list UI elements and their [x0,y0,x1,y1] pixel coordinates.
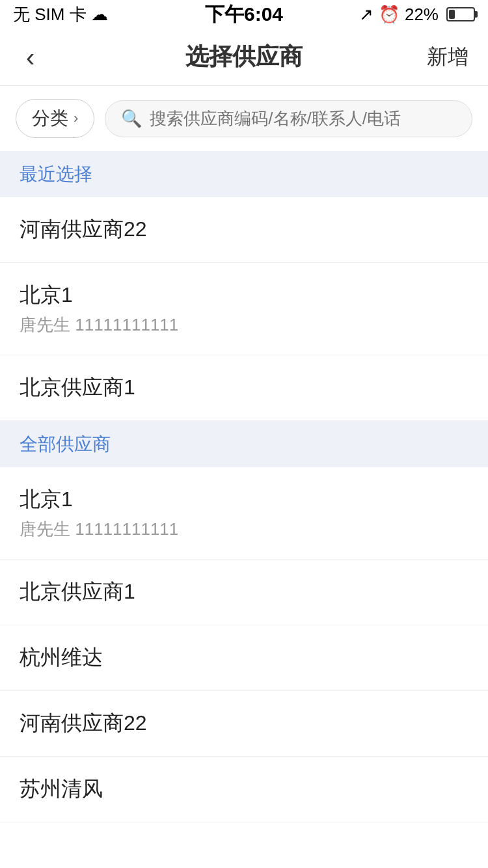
search-bar[interactable]: 🔍 [105,100,472,137]
item-sub: 唐先生 11111111111 [20,518,468,541]
item-name: 北京1 [20,281,468,310]
item-name: 河南供应商22 [20,709,468,738]
battery-pct: 22% [405,5,439,25]
status-time: 下午6:04 [205,1,283,28]
list-item-recent-0[interactable]: 河南供应商22 [0,197,488,263]
list-item-all-2[interactable]: 杭州维达 [0,625,488,691]
search-icon: 🔍 [121,109,142,129]
item-name: 杭州维达 [20,644,468,672]
list-item-all-4[interactable]: 苏州清风 [0,757,488,822]
status-left: 无 SIM 卡 ☁ [13,3,108,26]
status-bar: 无 SIM 卡 ☁ 下午6:04 ↗ ⏰ 22% [0,0,488,29]
list-item-recent-1[interactable]: 北京1唐先生 11111111111 [0,263,488,355]
section-header-recent: 最近选择 [0,151,488,197]
status-right: ↗ ⏰ 22% [359,5,475,25]
location-icon: ↗ [359,5,373,25]
category-filter-button[interactable]: 分类 › [16,99,94,138]
item-name: 北京1 [20,485,468,514]
item-name: 河南供应商22 [20,215,468,244]
supplier-list: 最近选择河南供应商22北京1唐先生 11111111111北京供应商1全部供应商… [0,151,488,822]
section-header-all: 全部供应商 [0,421,488,467]
list-item-all-0[interactable]: 北京1唐先生 11111111111 [0,467,488,560]
page-title: 选择供应商 [185,41,303,73]
nav-bar: ‹ 选择供应商 新增 [0,29,488,86]
list-item-recent-2[interactable]: 北京供应商1 [0,355,488,421]
list-item-all-1[interactable]: 北京供应商1 [0,560,488,625]
category-label: 分类 [32,106,68,131]
list-item-all-3[interactable]: 河南供应商22 [0,691,488,757]
item-name: 苏州清风 [20,775,468,804]
back-button[interactable]: ‹ [20,38,41,77]
item-sub: 唐先生 11111111111 [20,314,468,336]
search-input[interactable] [150,109,456,129]
battery-icon [446,7,475,21]
add-button[interactable]: 新增 [427,43,468,72]
filter-bar: 分类 › 🔍 [0,86,488,151]
item-name: 北京供应商1 [20,373,468,402]
sim-status: 无 SIM 卡 ☁ [13,3,108,26]
item-name: 北京供应商1 [20,578,468,606]
alarm-icon: ⏰ [379,5,400,25]
chevron-right-icon: › [74,110,78,127]
